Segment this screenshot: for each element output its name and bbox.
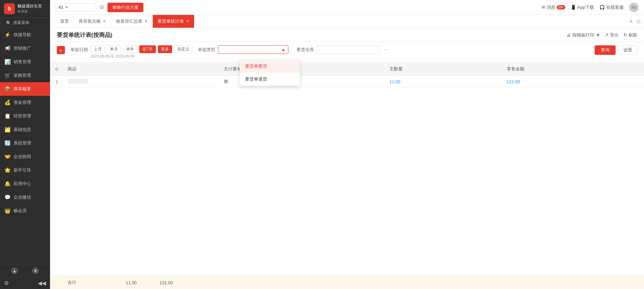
user-avatar[interactable]: Rit bbox=[629, 3, 639, 12]
wechat-icon: 💬 bbox=[4, 194, 11, 201]
sidebar-item-inventory[interactable]: 📦 库存核算 bbox=[0, 82, 50, 96]
tab-collect-summary-close[interactable]: ✕ bbox=[144, 19, 148, 24]
sidebar-nav: ⚡ 快捷导航 📢 营销推广 📊 销售管理 🛒 采购管理 📦 库存核算 💰 资金管… bbox=[0, 28, 50, 264]
operation-icon: 📋 bbox=[4, 113, 11, 119]
messages-item[interactable]: ✉ 消息 99+ bbox=[542, 4, 565, 10]
tab-collect-summary[interactable]: 收发存汇总表 ✕ bbox=[111, 15, 153, 28]
dropdown-item-delivery-label: 要货单要货 bbox=[245, 64, 267, 69]
sidebar-item-purchase[interactable]: 🛒 采购管理 bbox=[0, 69, 50, 82]
sidebar-item-member[interactable]: 👑 畅会员 bbox=[0, 204, 50, 218]
filter-expand-btn[interactable]: » bbox=[57, 46, 65, 54]
dropdown-item-return[interactable]: 要货单退货 bbox=[240, 73, 300, 86]
collapse-icon[interactable]: ◀◀ bbox=[38, 280, 46, 286]
online-service-item[interactable]: 🎧 在线客服 bbox=[599, 4, 624, 10]
filter-actions: 查询 设置 bbox=[595, 45, 637, 55]
date-btn-recent7[interactable]: 近7天 bbox=[139, 45, 156, 53]
setting-btn[interactable]: 设置 bbox=[618, 45, 637, 55]
main-content: 41 ▼ ⚙ 体验行业方案 ✉ 消息 99+ 📱 App下载 🎧 在线客服 Ri… bbox=[50, 0, 644, 289]
sidebar-item-marketing[interactable]: 📢 营销推广 bbox=[0, 42, 50, 55]
sidebar-item-sales[interactable]: 📊 销售管理 bbox=[0, 55, 50, 69]
industry-btn[interactable]: 体验行业方案 bbox=[108, 3, 143, 12]
message-icon: ✉ bbox=[542, 5, 545, 10]
col-amount-label: 零售金额 bbox=[507, 66, 524, 71]
page-header: 要货单统计表(按商品) 🖨 按模板打印 ▼ ↗ 导出 ↻ 刷新 bbox=[50, 28, 644, 42]
type-filter-label: 单据类型 bbox=[198, 47, 215, 53]
sidebar-item-quick-nav[interactable]: ⚡ 快捷导航 bbox=[0, 28, 50, 42]
sidebar-item-system[interactable]: 🔄 系统管理 bbox=[0, 136, 50, 150]
sidebar-item-finance[interactable]: 💰 资金管理 bbox=[0, 96, 50, 109]
tabs-bar: 首页 库存批次账 ✕ 收发存汇总表 ✕ 要货单统计表 ✕ ✕ ⊡ bbox=[50, 15, 644, 28]
scroll-down-btn[interactable]: ▼ bbox=[32, 267, 39, 274]
tabs-expand[interactable]: ✕ ⊡ bbox=[626, 19, 644, 24]
print-action[interactable]: 🖨 按模板打印 ▼ bbox=[567, 32, 600, 38]
maximize-icon: ⊡ bbox=[637, 19, 641, 24]
date-btn-more[interactable]: 更多 bbox=[158, 45, 172, 53]
tab-inventory-batch-label: 库存批次账 bbox=[79, 18, 101, 24]
tab-order-summary-close[interactable]: ✕ bbox=[186, 19, 189, 24]
refresh-action[interactable]: ↻ 刷新 bbox=[623, 32, 637, 38]
date-btn-last-month[interactable]: 上月 bbox=[91, 45, 105, 53]
sidebar-scroll-controls: ▲ ▼ bbox=[0, 264, 50, 277]
table-row: 1 块 11.00 121.00 bbox=[50, 76, 644, 88]
tab-home[interactable]: 首页 bbox=[55, 15, 74, 28]
dropdown-item-delivery[interactable]: 要货单要货 bbox=[240, 60, 300, 73]
col-quantity: 主数量 bbox=[385, 63, 503, 76]
date-btn-this-year[interactable]: 本年 bbox=[123, 45, 137, 53]
search-label: 搜索菜单 bbox=[13, 20, 29, 26]
sidebar-item-wechat[interactable]: 💬 企业微信 bbox=[0, 191, 50, 204]
chevron-up-icon[interactable]: ▲ bbox=[281, 47, 286, 52]
data-table: ⚙ 商品 主计量单位 主数量 零售金额 bbox=[50, 63, 644, 88]
page-content: 要货单统计表(按商品) 🖨 按模板打印 ▼ ↗ 导出 ↻ 刷新 bbox=[50, 28, 644, 289]
app-download-item[interactable]: 📱 App下载 bbox=[571, 4, 594, 10]
logo-icon: b bbox=[4, 3, 15, 14]
sidebar-item-label: 畅会员 bbox=[14, 208, 27, 214]
purchase-icon: 🛒 bbox=[4, 72, 11, 79]
topbar: 41 ▼ ⚙ 体验行业方案 ✉ 消息 99+ 📱 App下载 🎧 在线客服 Ri… bbox=[50, 0, 644, 15]
col-gear[interactable]: ⚙ bbox=[50, 63, 64, 76]
row-quantity[interactable]: 11.00 bbox=[385, 76, 503, 88]
headset-icon: 🎧 bbox=[599, 5, 605, 10]
sidebar-item-app-center[interactable]: 🔔 应用中心 bbox=[0, 177, 50, 191]
print-icon: 🖨 bbox=[567, 32, 571, 38]
product-placeholder bbox=[68, 79, 88, 84]
warehouse-filter-input[interactable] bbox=[317, 45, 380, 54]
settings-icon[interactable]: ⚙ bbox=[4, 280, 9, 286]
topbar-search[interactable]: 41 ▼ bbox=[55, 3, 96, 11]
sidebar-item-guide[interactable]: 🌟 新手引导 bbox=[0, 163, 50, 177]
sidebar-search[interactable]: 🔍 搜索菜单 bbox=[0, 18, 50, 28]
export-label: 导出 bbox=[610, 32, 619, 38]
date-btn-custom[interactable]: 自定义 bbox=[174, 45, 192, 53]
sidebar-item-basic[interactable]: 🗂️ 基础信息 bbox=[0, 123, 50, 136]
export-action[interactable]: ↗ 导出 bbox=[605, 32, 619, 38]
column-gear-icon[interactable]: ⚙ bbox=[55, 67, 59, 72]
table-body: 1 块 11.00 121.00 bbox=[50, 76, 644, 88]
topbar-gear-icon[interactable]: ⚙ bbox=[99, 4, 104, 10]
sidebar-item-label: 企业微信 bbox=[14, 194, 31, 200]
sidebar-item-operation[interactable]: 📋 经营管理 bbox=[0, 109, 50, 123]
tab-inventory-batch[interactable]: 库存批次账 ✕ bbox=[74, 15, 111, 28]
table-area: ⚙ 商品 主计量单位 主数量 零售金额 bbox=[50, 63, 644, 276]
scroll-up-btn[interactable]: ▲ bbox=[11, 267, 18, 274]
filter-date-group: 单据日期 上月 本月 本年 近7天 更多 自定义 2023-05-06 至 20… bbox=[70, 45, 192, 59]
row-amount[interactable]: 121.00 bbox=[503, 76, 644, 88]
tab-inventory-batch-close[interactable]: ✕ bbox=[103, 19, 106, 24]
type-filter-input[interactable] bbox=[218, 45, 288, 54]
tab-order-summary[interactable]: 要货单统计表 ✕ bbox=[153, 15, 194, 28]
refresh-icon: ↻ bbox=[623, 32, 627, 38]
sidebar-item-label: 销售管理 bbox=[14, 59, 31, 65]
basic-icon: 🗂️ bbox=[4, 126, 11, 133]
export-icon: ↗ bbox=[605, 32, 609, 38]
date-btn-this-month[interactable]: 本月 bbox=[107, 45, 121, 53]
filter-bar: » 单据日期 上月 本月 本年 近7天 更多 自定义 2023-05-06 至 … bbox=[50, 42, 644, 63]
topbar-count: 41 bbox=[58, 5, 63, 10]
col-product: 商品 bbox=[64, 63, 220, 76]
expand-icon: » bbox=[59, 47, 62, 53]
query-btn[interactable]: 查询 bbox=[595, 45, 616, 55]
online-service-label: 在线客服 bbox=[606, 4, 624, 10]
sidebar-item-enterprise[interactable]: 🤝 企业协同 bbox=[0, 150, 50, 163]
tab-order-summary-label: 要货单统计表 bbox=[158, 18, 184, 24]
chevron-down-icon: ▼ bbox=[65, 5, 69, 10]
date-filter-label: 单据日期 bbox=[70, 47, 88, 53]
more-dots-icon[interactable]: ··· bbox=[384, 47, 388, 53]
footer-quantity: 11.00 bbox=[122, 280, 156, 285]
